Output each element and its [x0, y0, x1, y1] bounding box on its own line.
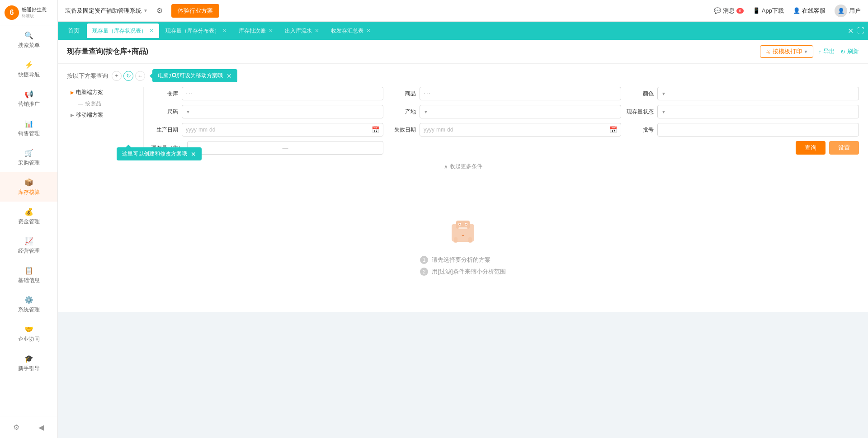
- experience-btn[interactable]: 体验行业方案: [171, 4, 219, 18]
- reset-btn[interactable]: 设置: [829, 141, 859, 155]
- sidebar-item-finance[interactable]: 💰 资金管理: [0, 202, 57, 231]
- stock-main-range: —: [187, 141, 383, 155]
- produce-date-input[interactable]: yyyy-mm-dd 📅: [182, 123, 383, 137]
- empty-illustration: [445, 212, 481, 249]
- message-badge: 6: [736, 8, 744, 14]
- sidebar-collapse-icon[interactable]: ◀: [36, 422, 47, 433]
- tab-maximize-icon[interactable]: ✕: [848, 27, 854, 35]
- filter-stock-status: 现存量状态 ▼: [627, 105, 859, 118]
- user-action[interactable]: 👤 用户: [835, 5, 861, 17]
- filter-produce-date: 生产日期 yyyy-mm-dd 📅: [151, 123, 383, 137]
- filter-warehouse: 仓库 ···: [151, 87, 383, 100]
- sidebar-item-marketing[interactable]: 📢 营销推广: [0, 84, 57, 113]
- tab-home[interactable]: 首页: [61, 24, 86, 38]
- guide-icon: 🎓: [24, 354, 33, 363]
- refresh-icon: ↻: [840, 48, 845, 55]
- expand-icon: ▶: [71, 90, 74, 95]
- scheme-item-desktop[interactable]: ▶ 电脑端方案: [67, 87, 140, 98]
- management-icon: 📈: [24, 236, 33, 245]
- finance-icon: 💰: [24, 207, 33, 216]
- warehouse-select[interactable]: ···: [182, 87, 383, 100]
- svg-rect-6: [458, 227, 467, 229]
- batch-input[interactable]: [657, 123, 859, 137]
- origin-select[interactable]: ▼: [420, 105, 621, 118]
- sidebar-item-system[interactable]: ⚙️ 系统管理: [0, 290, 57, 319]
- size-select[interactable]: ▼: [182, 105, 383, 118]
- filter-batch: 批号: [627, 123, 859, 137]
- tab-batch[interactable]: 库存批次账 ✕: [233, 24, 278, 38]
- tooltip2-close-icon[interactable]: ✕: [191, 151, 196, 158]
- main-area: 装备及固定资产辅助管理系统 ▼ ⚙ 体验行业方案 💬 消息 6 📱 App下载 …: [58, 0, 868, 438]
- sidebar-item-guide[interactable]: 🎓 新手引导: [0, 349, 57, 378]
- expire-date-input[interactable]: yyyy-mm-dd 📅: [420, 123, 621, 137]
- stock-main-max[interactable]: [290, 145, 380, 151]
- logo-icon: 6: [5, 5, 19, 20]
- sidebar-item-basic[interactable]: 📋 基础信息: [0, 260, 57, 290]
- sub-dash: —: [78, 101, 83, 107]
- purchase-icon: 🛒: [24, 148, 33, 157]
- system-dropdown[interactable]: 装备及固定资产辅助管理系统 ▼: [65, 7, 148, 15]
- filter-row-3: 生产日期 yyyy-mm-dd 📅 失效日期 yyyy-mm-dd: [151, 123, 859, 137]
- message-action[interactable]: 💬 消息 6: [714, 7, 744, 15]
- tab-close-batch[interactable]: ✕: [269, 28, 273, 34]
- sidebar-item-quicknav[interactable]: ⚡ 快捷导航: [0, 55, 57, 84]
- tab-inout[interactable]: 出入库流水 ✕: [279, 24, 325, 38]
- tab-bar-actions: ✕ ⛶: [848, 27, 864, 35]
- tip-num-2: 2: [420, 268, 428, 276]
- sales-icon: 📊: [24, 119, 33, 128]
- sidebar-item-purchase[interactable]: 🛒 采购管理: [0, 143, 57, 172]
- tab-summary[interactable]: 收发存汇总表 ✕: [326, 24, 376, 38]
- avatar: 👤: [835, 5, 847, 17]
- collapse-btn[interactable]: ∧ 收起更多条件: [67, 163, 859, 170]
- sidebar-item-inventory[interactable]: 📦 库存核算: [0, 172, 57, 202]
- collapse-up-icon: ∧: [444, 164, 448, 170]
- template-dropdown-icon: ▼: [804, 49, 808, 54]
- search-btn[interactable]: 查询: [796, 141, 826, 155]
- stock-main-min[interactable]: [191, 145, 281, 151]
- sidebar-item-enterprise[interactable]: 🤝 企业协同: [0, 319, 57, 349]
- filter-row-4: 现存量（主） — 查询 设置: [151, 141, 859, 155]
- app-download-action[interactable]: 📱 App下载: [753, 7, 784, 15]
- sidebar: 6 畅通好生意 标准版 🔍 搜索菜单 ⚡ 快捷导航 📢 营销推广 📊 销售管理 …: [0, 0, 58, 438]
- filter-add-btn[interactable]: +: [112, 71, 122, 81]
- header-settings-icon[interactable]: ⚙: [153, 5, 166, 17]
- tab-close-inout[interactable]: ✕: [315, 28, 319, 34]
- stock-status-dropdown-icon: ▼: [661, 109, 666, 114]
- tab-close-inventory-dist[interactable]: ✕: [222, 28, 227, 34]
- sidebar-item-sales[interactable]: 📊 销售管理: [0, 113, 57, 143]
- chevron-down-icon: ▼: [143, 8, 148, 13]
- sidebar-item-management[interactable]: 📈 经营管理: [0, 231, 57, 260]
- filter-size: 尺码 ▼: [151, 105, 383, 118]
- search-menu-icon: 🔍: [24, 31, 33, 40]
- empty-tip-1: 1 请先选择要分析的方案: [420, 256, 505, 264]
- template-print-btn[interactable]: 🖨 按模板打印 ▼: [760, 45, 813, 58]
- content-area: 现存量查询(按仓库+商品) 🖨 按模板打印 ▼ ↑ 导出 ↻ 刷新: [58, 40, 868, 438]
- product-select[interactable]: ···: [420, 87, 621, 100]
- system-icon: ⚙️: [24, 295, 33, 304]
- svg-point-4: [459, 224, 461, 225]
- scheme-item-mobile[interactable]: ▶ 移动端方案: [67, 109, 140, 121]
- marketing-icon: 📢: [24, 89, 33, 99]
- tooltip1-close-icon[interactable]: ✕: [226, 72, 232, 80]
- tab-fullscreen-icon[interactable]: ⛶: [857, 27, 864, 35]
- tab-inventory-dist[interactable]: 现存量（库存分布表） ✕: [160, 24, 232, 38]
- batch-label: 批号: [627, 126, 654, 134]
- sidebar-item-search[interactable]: 🔍 搜索菜单: [0, 25, 57, 55]
- tooltip-scheme-mobile: 电脑方案可设为移动方案哦 ✕: [152, 69, 237, 82]
- svg-point-5: [466, 224, 467, 225]
- scheme-sub-item[interactable]: — 按照品: [67, 98, 140, 109]
- online-service-action[interactable]: 👤 在线客服: [793, 7, 826, 15]
- sidebar-settings-icon[interactable]: ⚙: [11, 422, 22, 433]
- export-btn[interactable]: ↑ 导出: [819, 47, 835, 56]
- logo-text: 畅通好生意 标准版: [22, 6, 47, 19]
- tab-close-summary[interactable]: ✕: [366, 28, 371, 34]
- filter-refresh-btn[interactable]: ↻: [123, 71, 133, 81]
- filter-back-btn[interactable]: ←: [135, 71, 145, 81]
- system-title: 装备及固定资产辅助管理系统: [65, 7, 142, 15]
- refresh-btn[interactable]: ↻ 刷新: [840, 47, 859, 56]
- tab-close-inventory-status[interactable]: ✕: [149, 28, 154, 34]
- tab-inventory-status[interactable]: 现存量（库存状况表） ✕: [87, 24, 159, 38]
- expire-date-label: 失效日期: [389, 126, 416, 134]
- stock-status-select[interactable]: ▼: [657, 105, 859, 118]
- color-select[interactable]: ▼: [657, 87, 859, 100]
